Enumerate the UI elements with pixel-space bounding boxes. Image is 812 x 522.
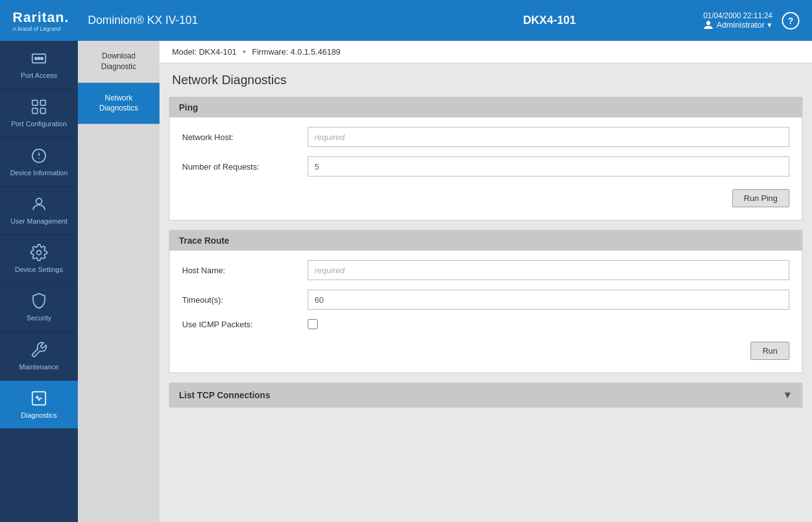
trace-route-panel: Trace Route Host Name: Timeout(s): Use I… <box>169 230 803 373</box>
sidebar-label-user-management: User Management <box>11 217 68 226</box>
page-title: Network Diagnostics <box>169 73 803 87</box>
device-settings-icon <box>30 244 48 261</box>
firmware-info: Firmware: 4.0.1.5.46189 <box>252 47 340 57</box>
network-host-row: Network Host: <box>182 127 789 147</box>
run-trace-button[interactable]: Run <box>750 342 789 360</box>
content-header: Model: DKX4-101 • Firmware: 4.0.1.5.4618… <box>160 41 812 63</box>
trace-route-panel-header: Trace Route <box>170 231 802 251</box>
model-info: Model: DKX4-101 <box>172 47 237 57</box>
trace-route-panel-body: Host Name: Timeout(s): Use ICMP Packets:… <box>170 251 802 372</box>
timeout-row: Timeout(s): <box>182 290 789 310</box>
sub-sidebar: Download Diagnostic Network Diagnostics <box>78 41 160 522</box>
network-host-input[interactable] <box>308 127 789 147</box>
port-access-icon <box>30 50 48 67</box>
user-icon <box>703 20 713 30</box>
sidebar-label-port-access: Port Access <box>21 71 57 80</box>
svg-rect-13 <box>33 392 46 405</box>
sidebar-label-device-information: Device Information <box>10 168 68 177</box>
user-mgmt-icon <box>30 195 48 213</box>
user-menu[interactable]: Administrator ▾ <box>703 20 772 30</box>
host-name-input[interactable] <box>308 260 789 280</box>
run-ping-button[interactable]: Run Ping <box>732 189 789 207</box>
svg-rect-6 <box>33 109 38 114</box>
content-area: Model: DKX4-101 • Firmware: 4.0.1.5.4618… <box>160 41 812 522</box>
ping-panel-header: Ping <box>170 97 802 117</box>
svg-rect-7 <box>40 109 45 114</box>
user-dropdown-icon: ▾ <box>767 20 772 30</box>
icmp-label: Use ICMP Packets: <box>182 320 308 329</box>
sidebar-label-port-configuration: Port Configuration <box>11 119 67 128</box>
trace-btn-row: Run <box>182 339 789 363</box>
svg-rect-5 <box>40 101 45 106</box>
main-container: Port Access Port Configuration Device In… <box>0 41 812 522</box>
sidebar-label-device-settings: Device Settings <box>15 265 63 274</box>
maintenance-icon <box>30 341 48 359</box>
username: Administrator <box>717 20 765 30</box>
sidebar: Port Access Port Configuration Device In… <box>0 41 78 522</box>
ping-panel: Ping Network Host: Number of Requests: R… <box>169 97 803 220</box>
ping-panel-body: Network Host: Number of Requests: Run Pi… <box>170 117 802 220</box>
datetime: 01/04/2000 22:11:24 <box>703 11 772 20</box>
sidebar-item-port-access[interactable]: Port Access <box>0 41 78 89</box>
sidebar-item-maintenance[interactable]: Maintenance <box>0 332 78 381</box>
num-requests-row: Number of Requests: <box>182 156 789 177</box>
sidebar-item-security[interactable]: Security <box>0 283 78 332</box>
header: Raritan. A brand of Legrand Dominion® KX… <box>0 0 812 41</box>
device-name: Dominion® KX IV-101 <box>88 14 396 27</box>
network-host-label: Network Host: <box>182 133 308 142</box>
sidebar-label-maintenance: Maintenance <box>19 362 59 371</box>
svg-rect-4 <box>33 101 38 106</box>
brand-sub: A brand of Legrand <box>13 26 69 32</box>
brand-name: Raritan. <box>13 9 69 26</box>
svg-point-3 <box>41 57 43 60</box>
timeout-input[interactable] <box>308 290 789 310</box>
svg-line-16 <box>39 398 40 401</box>
timeout-label: Timeout(s): <box>182 295 308 305</box>
ping-title: Ping <box>179 102 198 112</box>
sidebar-label-security: Security <box>26 313 51 322</box>
trace-route-title: Trace Route <box>179 236 229 246</box>
svg-point-2 <box>38 57 40 60</box>
device-info-icon <box>30 147 48 165</box>
svg-point-11 <box>36 198 41 204</box>
port-config-icon <box>30 98 48 116</box>
sidebar-item-device-settings[interactable]: Device Settings <box>0 235 78 283</box>
diagnostics-icon <box>30 389 48 407</box>
security-icon <box>30 292 48 310</box>
svg-point-1 <box>35 57 38 60</box>
separator: • <box>243 47 246 57</box>
icmp-row: Use ICMP Packets: <box>182 319 789 329</box>
header-right: 01/04/2000 22:11:24 Administrator ▾ ? <box>703 11 799 30</box>
sidebar-item-port-configuration[interactable]: Port Configuration <box>0 89 78 138</box>
sidebar-item-diagnostics[interactable]: Diagnostics <box>0 381 78 429</box>
collapse-icon: ▼ <box>782 389 793 401</box>
svg-point-12 <box>37 251 41 255</box>
sidebar-item-device-information[interactable]: Device Information <box>0 138 78 187</box>
help-button[interactable]: ? <box>782 12 799 30</box>
sidebar-label-diagnostics: Diagnostics <box>21 411 57 420</box>
ping-btn-row: Run Ping <box>182 186 789 210</box>
logo: Raritan. A brand of Legrand <box>13 9 69 32</box>
device-id: DKX4-101 <box>396 14 703 27</box>
host-name-row: Host Name: <box>182 260 789 280</box>
sub-sidebar-item-network-diagnostics[interactable]: Network Diagnostics <box>78 83 160 125</box>
num-requests-label: Number of Requests: <box>182 162 308 171</box>
host-name-label: Host Name: <box>182 266 308 275</box>
tcp-collapse-panel[interactable]: List TCP Connections ▼ <box>169 383 803 408</box>
tcp-title: List TCP Connections <box>179 390 270 400</box>
icmp-checkbox[interactable] <box>308 319 318 329</box>
num-requests-input[interactable] <box>308 156 789 177</box>
content-body: Network Diagnostics Ping Network Host: N… <box>160 63 812 427</box>
sub-sidebar-item-download-diagnostic[interactable]: Download Diagnostic <box>78 41 160 83</box>
sidebar-item-user-management[interactable]: User Management <box>0 187 78 235</box>
